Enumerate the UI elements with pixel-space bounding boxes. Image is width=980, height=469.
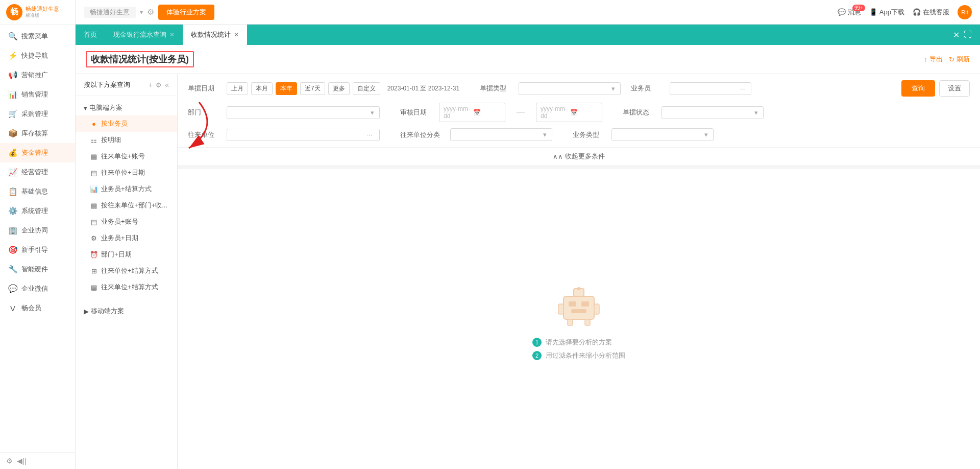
footer-collapse-icon[interactable]: ◀||: [17, 457, 26, 465]
doc-status-select[interactable]: ▾: [662, 106, 764, 119]
doc-type-select[interactable]: ▾: [519, 82, 621, 95]
online-service-button[interactable]: 🎧 在线客服: [913, 8, 949, 17]
settings-button[interactable]: 设置: [939, 80, 970, 97]
finance-icon: 💰: [8, 148, 17, 157]
user-avatar[interactable]: Rit: [958, 5, 972, 19]
scheme-item-partner-settlement1[interactable]: ⊞ 往来单位+结算方式: [76, 263, 177, 279]
sidebar-item-sales[interactable]: 📊 销售管理: [0, 85, 75, 104]
messages-badge: 99+: [852, 5, 865, 11]
sidebar-nav: 🔍 搜索菜单 ⚡ 快捷导航 📢 营销推广 📊 销售管理 🛒 采购管理 📦: [0, 25, 75, 452]
trial-button[interactable]: 体验行业方案: [158, 5, 214, 20]
header-dropdown-icon[interactable]: ▾: [140, 9, 143, 16]
sidebar-item-operation[interactable]: 📈 经营管理: [0, 162, 75, 182]
tab-bar-actions: ✕ ⛶: [953, 30, 980, 40]
this-month-btn[interactable]: 本月: [251, 82, 273, 95]
tab-expand-icon[interactable]: ⛶: [964, 30, 972, 39]
export-icon: ↑: [924, 56, 928, 63]
footer-settings-icon[interactable]: ⚙: [6, 457, 13, 465]
business-type-select[interactable]: ▾: [611, 128, 714, 141]
sidebar-item-basic[interactable]: 📋 基础信息: [0, 182, 75, 201]
sidebar-item-search[interactable]: 🔍 搜索菜单: [0, 27, 75, 46]
desktop-section-header[interactable]: ▾ 电脑端方案: [76, 100, 177, 115]
panel-collapse-icon[interactable]: «: [165, 81, 169, 89]
refresh-icon: ↻: [949, 56, 954, 63]
scheme-item-salesperson-date[interactable]: ⚙ 业务员+日期: [76, 230, 177, 246]
empty-steps: 1 请先选择要分析的方案 2 用过滤条件来缩小分析范围: [532, 338, 625, 360]
sidebar-item-member[interactable]: V 畅会员: [0, 298, 75, 318]
header-app-name: 畅捷通好生意: [84, 7, 136, 18]
partner-select[interactable]: ···: [227, 129, 380, 141]
sidebar-item-purchase[interactable]: 🛒 采购管理: [0, 104, 75, 124]
review-date-to-input[interactable]: yyyy-mm-dd 📅: [536, 103, 602, 122]
salesperson-select[interactable]: ···: [670, 82, 751, 95]
sidebar-item-shortcut[interactable]: ⚡ 快捷导航: [0, 46, 75, 65]
scheme-settings-icon[interactable]: ⚙: [156, 81, 162, 89]
sidebar-logo: 畅 畅捷通好生意 标准版: [0, 0, 75, 25]
tab-close-icon[interactable]: ✕: [169, 31, 175, 38]
tab-bank[interactable]: 现金银行流水查询 ✕: [105, 25, 183, 45]
filter-row-3: 往来单位 ··· 往来单位分类 ▾ 业务类型: [188, 128, 970, 141]
sidebar-item-system[interactable]: ⚙️ 系统管理: [0, 201, 75, 221]
export-button[interactable]: ↑ 导出: [924, 55, 943, 64]
partner-date-icon: ▤: [90, 169, 98, 177]
scheme-item-by-detail[interactable]: ⚏ 按明细: [76, 132, 177, 148]
sidebar-item-enterprise[interactable]: 🏢 企业协同: [0, 221, 75, 240]
review-date-from-input[interactable]: yyyy-mm-dd 📅: [439, 103, 505, 122]
dept-date-icon: ⏰: [90, 250, 98, 259]
left-panel: 按以下方案查询 + ⚙ « ▾ 电脑端方案 ●: [76, 74, 178, 469]
date-range-display: 2023-01-01 至 2023-12-31: [387, 84, 459, 93]
svg-rect-8: [568, 319, 573, 325]
scheme-item-partner-date[interactable]: ▤ 往来单位+日期: [76, 165, 177, 181]
sidebar-item-label: 企业协同: [21, 226, 48, 235]
partner-dept-icon: ▤: [90, 201, 98, 209]
query-button[interactable]: 查询: [901, 80, 935, 97]
svg-rect-0: [564, 296, 594, 319]
sidebar-item-hardware[interactable]: 🔧 智能硬件: [0, 260, 75, 279]
custom-btn[interactable]: 自定义: [353, 82, 380, 95]
tab-home[interactable]: 首页: [76, 25, 105, 45]
collapse-bar[interactable]: ∧∧ 收起更多条件: [178, 147, 980, 165]
refresh-button[interactable]: ↻ 刷新: [949, 55, 970, 64]
partner-category-select[interactable]: ▾: [450, 128, 552, 141]
tab-label: 收款情况统计: [191, 30, 231, 39]
step-2-num: 2: [532, 351, 542, 360]
svg-rect-2: [581, 301, 589, 307]
scheme-item-partner-settlement2[interactable]: ▤ 往来单位+结算方式: [76, 279, 177, 295]
review-date-label: 审核日期: [400, 108, 429, 117]
more-btn[interactable]: 更多: [328, 82, 350, 95]
scheme-item-partner-dept-collect[interactable]: ▤ 按往来单位+部门+收...: [76, 197, 177, 214]
scheme-item-dept-date[interactable]: ⏰ 部门+日期: [76, 246, 177, 263]
tab-collection[interactable]: 收款情况统计 ✕: [183, 25, 247, 45]
business-type-label: 业务类型: [573, 130, 601, 139]
last7-btn[interactable]: 近7天: [300, 82, 325, 95]
sidebar-item-label: 资金管理: [21, 148, 48, 157]
collapse-label: 收起更多条件: [565, 152, 605, 161]
dept-dropdown-icon: ▾: [371, 109, 374, 116]
add-scheme-icon[interactable]: +: [149, 81, 153, 89]
sidebar-item-finance[interactable]: 💰 资金管理: [0, 143, 75, 162]
mobile-section-header[interactable]: ▶ 移动端方案: [76, 303, 177, 319]
header-settings-icon[interactable]: ⚙: [147, 7, 154, 17]
scheme-item-partner-account[interactable]: ▤ 往来单位+账号: [76, 148, 177, 165]
prev-month-btn[interactable]: 上月: [227, 82, 248, 95]
dept-select[interactable]: ▾: [227, 106, 380, 119]
tab-close-all-icon[interactable]: ✕: [953, 30, 960, 40]
salesperson-date-icon: ⚙: [90, 234, 98, 242]
guide-icon: 🎯: [8, 245, 17, 254]
scheme-label: 业务员+账号: [101, 217, 138, 226]
scheme-item-by-salesperson[interactable]: ● 按业务员: [76, 115, 177, 132]
messages-button[interactable]: 💬 消息 99+: [838, 8, 861, 17]
sidebar-item-marketing[interactable]: 📢 营销推广: [0, 65, 75, 85]
date-quick-buttons: 上月 本月 本年 近7天 更多 自定义 2023-01-01 至 2023-12…: [227, 82, 459, 95]
sidebar-item-inventory[interactable]: 📦 库存核算: [0, 124, 75, 143]
this-year-btn[interactable]: 本年: [276, 82, 297, 95]
sidebar-item-guide[interactable]: 🎯 新手引导: [0, 240, 75, 260]
scheme-item-salesperson-settlement[interactable]: 📊 业务员+结算方式: [76, 181, 177, 197]
app-download-button[interactable]: 📱 App下载: [869, 8, 904, 17]
partner-more-icon[interactable]: ···: [365, 131, 374, 138]
sidebar-item-wechat[interactable]: 💬 企业微信: [0, 279, 75, 298]
tab-close-icon[interactable]: ✕: [234, 31, 239, 38]
scheme-item-salesperson-account[interactable]: ▤ 业务员+账号: [76, 214, 177, 230]
svg-rect-7: [594, 304, 599, 314]
partner-category-label: 往来单位分类: [400, 130, 440, 139]
